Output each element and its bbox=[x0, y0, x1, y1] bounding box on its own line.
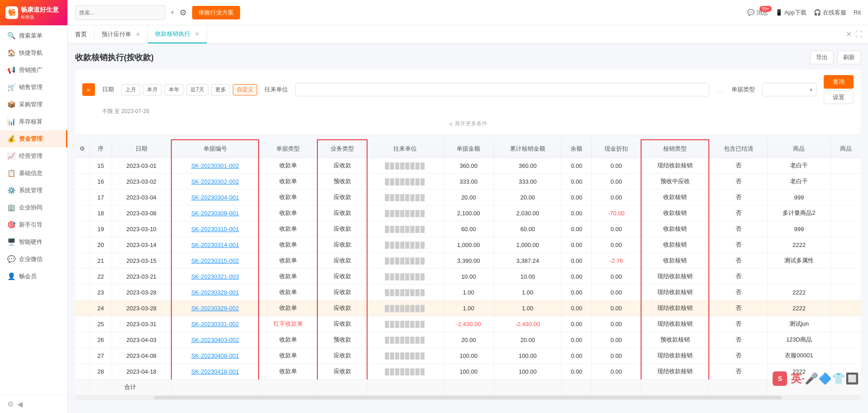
header-app-download[interactable]: 📱 App下载 bbox=[775, 9, 807, 17]
sidebar-item-finance[interactable]: 💰资金管理 bbox=[0, 130, 67, 147]
sidebar-logo: 畅 畅康道好生意 标推版 bbox=[0, 0, 67, 25]
header-user[interactable]: Rit bbox=[854, 9, 861, 16]
doc-no-link[interactable]: SK-20230315-002 bbox=[191, 257, 239, 264]
sidebar-nav: 🔍搜索菜单🏠快捷导航📢营销推广🛒销售管理📦采购管理📊库存核算💰资金管理📈经营管理… bbox=[0, 25, 67, 395]
sidebar: 畅 畅康道好生意 标推版 🔍搜索菜单🏠快捷导航📢营销推广🛒销售管理📦采购管理📊库… bbox=[0, 0, 68, 413]
tab-prepay[interactable]: 预计应付单✕ bbox=[94, 25, 148, 43]
doc-no-link[interactable]: SK-20230301-002 bbox=[191, 162, 239, 169]
sidebar-item-inventory[interactable]: 📊库存核算 bbox=[0, 113, 67, 130]
sidebar-item-corp[interactable]: 🏢企业协同 bbox=[0, 199, 67, 216]
tab-receipt-verify[interactable]: 收款核销执行✕ bbox=[148, 25, 207, 43]
expand-more-button[interactable]: ∨ 展开更多条件 bbox=[445, 119, 491, 128]
doc-no-link[interactable]: SK-20230328-001 bbox=[191, 289, 239, 296]
sidebar-item-guide[interactable]: 🎯新手引导 bbox=[0, 216, 67, 233]
sidebar-label-hardware: 智能硬件 bbox=[19, 238, 42, 246]
doc-no-link[interactable]: SK-20230304-001 bbox=[191, 194, 239, 201]
th-include-settled: 包含已结清 bbox=[709, 140, 767, 158]
table-total-row: 合计 bbox=[75, 380, 861, 395]
th-doc-no: 单据编号 bbox=[171, 140, 259, 158]
filter-this-year[interactable]: 本年 bbox=[165, 84, 184, 95]
export-button[interactable]: 导出 bbox=[810, 51, 834, 64]
filter-receipt-type-select[interactable] bbox=[762, 83, 816, 96]
tab-close-button[interactable]: ✕ bbox=[846, 30, 852, 38]
sidebar-label-search: 搜索菜单 bbox=[19, 32, 42, 40]
tab-home[interactable]: 首页 bbox=[68, 25, 94, 43]
filter-custom[interactable]: 自定义 bbox=[233, 84, 257, 95]
tab-label-prepay: 预计应付单 bbox=[102, 30, 131, 38]
doc-no-link[interactable]: SK-20230321-003 bbox=[191, 273, 239, 280]
filter-settings-button[interactable]: 设置 bbox=[824, 90, 854, 104]
filter-expand-button[interactable]: » bbox=[82, 83, 95, 96]
sidebar-icon-purchase: 📦 bbox=[7, 100, 15, 109]
th-date: 日期 bbox=[112, 140, 171, 158]
th-verify-type: 核销类型 bbox=[641, 140, 709, 158]
tab-bar-actions: ✕ ⛶ bbox=[840, 30, 868, 38]
sidebar-icon-member: 👤 bbox=[7, 272, 15, 280]
tab-close-receipt-verify[interactable]: ✕ bbox=[195, 31, 199, 37]
table-row: 152023-03-01SK-20230301-002收款单应收款███████… bbox=[75, 158, 861, 174]
sidebar-label-wechat: 企业微信 bbox=[19, 255, 42, 263]
horizontal-scrollbar[interactable] bbox=[154, 396, 782, 399]
header-online-service[interactable]: 🎧 在线客服 bbox=[814, 9, 846, 17]
header-gear-icon[interactable]: ⚙ bbox=[179, 8, 187, 18]
sidebar-item-basic[interactable]: 📋基础信息 bbox=[0, 165, 67, 182]
table-row: 182023-03-08SK-20230308-001收款单应收款███████… bbox=[75, 205, 861, 221]
sidebar-item-wechat[interactable]: 💬企业微信 bbox=[0, 251, 67, 268]
doc-no-link[interactable]: SK-20230328-002 bbox=[191, 305, 239, 312]
doc-no-link[interactable]: SK-20230408-001 bbox=[191, 352, 239, 359]
filter-date-range: 不限 至 2023-07-26 bbox=[102, 108, 854, 115]
settings-bottom-icon[interactable]: ⚙ bbox=[7, 400, 14, 408]
doc-no-link[interactable]: SK-20230314-001 bbox=[191, 242, 239, 248]
sidebar-item-search[interactable]: 🔍搜索菜单 bbox=[0, 27, 67, 44]
filter-more[interactable]: 更多 bbox=[211, 84, 230, 95]
expand-more-icon: ∨ bbox=[449, 121, 453, 127]
tab-maximize-button[interactable]: ⛶ bbox=[855, 30, 863, 38]
table-row: 202023-03-14SK-20230314-001收款单应收款███████… bbox=[75, 237, 861, 253]
sidebar-item-member[interactable]: 👤畅会员 bbox=[0, 268, 67, 285]
sidebar-item-quick-nav[interactable]: 🏠快捷导航 bbox=[0, 44, 67, 62]
tab-close-prepay[interactable]: ✕ bbox=[136, 31, 140, 38]
filter-query-button[interactable]: 查询 bbox=[824, 75, 854, 89]
header-search-input[interactable] bbox=[75, 5, 165, 20]
sidebar-item-hardware[interactable]: 🖥️智能硬件 bbox=[0, 233, 67, 251]
doc-no-link[interactable]: SK-20230310-001 bbox=[191, 226, 239, 233]
filter-counterpart-input[interactable] bbox=[295, 83, 709, 96]
sidebar-item-system[interactable]: ⚙️系统管理 bbox=[0, 182, 67, 199]
header-messages[interactable]: 💬 消息 99+ bbox=[747, 9, 768, 17]
sidebar-icon-guide: 🎯 bbox=[7, 221, 15, 229]
collapse-icon[interactable]: ◀ bbox=[17, 400, 23, 408]
header-chevron-icon[interactable]: ▾ bbox=[171, 9, 174, 16]
sidebar-label-purchase: 采购管理 bbox=[19, 100, 42, 109]
tab-bar: 首页预计应付单✕收款核销执行✕ ✕ ⛶ bbox=[68, 25, 868, 43]
sidebar-item-purchase[interactable]: 📦采购管理 bbox=[0, 96, 67, 113]
filter-last-month[interactable]: 上月 bbox=[121, 84, 140, 95]
th-settings[interactable]: ⚙ bbox=[75, 140, 90, 158]
sidebar-icon-search: 🔍 bbox=[7, 32, 15, 40]
sidebar-icon-corp: 🏢 bbox=[7, 204, 15, 212]
watermark-text: 英·🎤🔷👕🔲 bbox=[791, 371, 859, 386]
main-area: ▾ ⚙ 体验行业方案 💬 消息 99+ 📱 App下载 🎧 在线客服 Rit 首… bbox=[68, 0, 868, 413]
table-row: 162023-03-02SK-20230302-002收款单预收款███████… bbox=[75, 174, 861, 190]
doc-no-link[interactable]: SK-20230418-001 bbox=[191, 368, 239, 375]
scroll-row bbox=[75, 395, 861, 400]
doc-no-link[interactable]: SK-20230331-002 bbox=[191, 321, 239, 328]
sidebar-icon-hardware: 🖥️ bbox=[7, 238, 15, 246]
table-row: 252023-03-31SK-20230331-002红字收款单应收款█████… bbox=[75, 316, 861, 332]
sidebar-item-marketing[interactable]: 📢营销推广 bbox=[0, 62, 67, 79]
content-area: 收款核销执行(按收款) 导出 刷新 » 日期 上月 本月 本年 近7天 更多 自… bbox=[68, 43, 868, 413]
sidebar-icon-system: ⚙️ bbox=[7, 186, 15, 195]
filter-counterpart-label: 往来单位 bbox=[264, 85, 288, 94]
doc-no-link[interactable]: SK-20230302-002 bbox=[191, 178, 239, 185]
th-counterpart: 往来单位 bbox=[367, 140, 443, 158]
column-settings-icon[interactable]: ⚙ bbox=[80, 145, 85, 152]
sidebar-item-sales[interactable]: 🛒销售管理 bbox=[0, 79, 67, 96]
filter-7days[interactable]: 近7天 bbox=[186, 84, 208, 95]
sidebar-label-guide: 新手引导 bbox=[19, 221, 42, 229]
refresh-button[interactable]: 刷新 bbox=[837, 51, 861, 64]
doc-no-link[interactable]: SK-20230403-002 bbox=[191, 337, 239, 343]
sidebar-bottom: ⚙ ◀ bbox=[0, 395, 67, 413]
industry-solution-button[interactable]: 体验行业方案 bbox=[192, 6, 240, 19]
doc-no-link[interactable]: SK-20230308-001 bbox=[191, 210, 239, 217]
filter-this-month[interactable]: 本月 bbox=[143, 84, 162, 95]
sidebar-item-operation[interactable]: 📈经营管理 bbox=[0, 147, 67, 165]
